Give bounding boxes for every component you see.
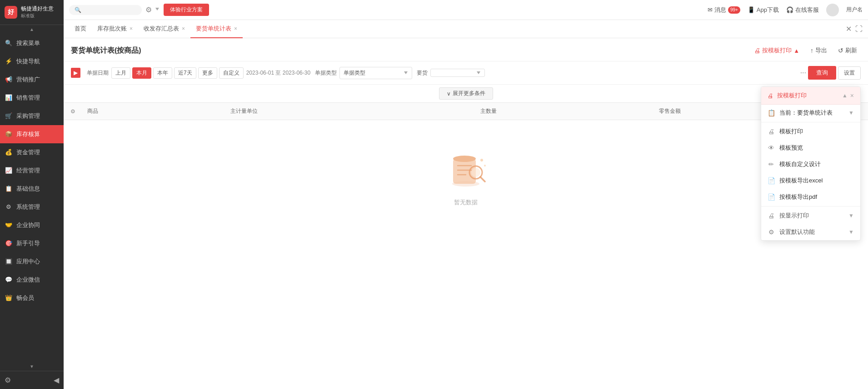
dropdown-display-print-label: 按显示打印 bbox=[779, 212, 844, 220]
tab-inventory-batch[interactable]: 库存批次账 × bbox=[92, 20, 138, 38]
sidebar-item-sales-label: 销售管理 bbox=[16, 94, 40, 102]
table-col-setting[interactable]: ⚙ bbox=[64, 103, 82, 120]
fullscreen-tabs-btn[interactable]: ⛶ bbox=[855, 25, 863, 33]
svg-marker-0 bbox=[155, 8, 159, 10]
dropdown-template-preview[interactable]: 👁 模板预览 bbox=[761, 140, 860, 156]
query-btn[interactable]: 查询 bbox=[808, 66, 836, 80]
page-title: 要货单统计表(按商品) bbox=[71, 46, 141, 56]
dropdown-current-arrow: ▼ bbox=[848, 110, 854, 116]
tab-receipts-summary-close[interactable]: × bbox=[182, 25, 185, 32]
topbar-search-box[interactable]: 🔍 bbox=[69, 5, 142, 15]
message-icon: ✉ bbox=[708, 6, 713, 13]
topbar-search-input[interactable] bbox=[81, 7, 136, 13]
export-btn[interactable]: ↑ 导出 bbox=[807, 45, 831, 56]
sidebar-scroll-down[interactable]: ▼ bbox=[0, 362, 64, 371]
trial-industry-button[interactable]: 体验行业方案 bbox=[164, 4, 209, 16]
sidebar-settings-btn[interactable]: ⚙ bbox=[5, 376, 11, 384]
topbar-gear-icon[interactable]: ⚙ bbox=[145, 5, 152, 14]
sidebar-item-inventory[interactable]: 📦 库存核算 bbox=[0, 125, 64, 143]
sidebar-item-finance[interactable]: 💰 资金管理 bbox=[0, 143, 64, 162]
goods-arrow bbox=[476, 71, 481, 75]
date-range-text: 2023-06-01 至 2023-06-30 bbox=[246, 69, 310, 77]
dropdown-close-btn[interactable]: × bbox=[850, 92, 854, 99]
dropdown-template-print[interactable]: 🖨 模板打印 bbox=[761, 123, 860, 140]
dropdown-current-template[interactable]: 📋 当前：要货单统计表 ▼ bbox=[761, 105, 860, 121]
page-toolbar: 🖨 按模板打印 ▲ ↑ 导出 ↺ 刷新 bbox=[750, 45, 861, 56]
sidebar-item-finance-label: 资金管理 bbox=[16, 148, 40, 157]
sidebar-item-app-center[interactable]: 🔲 应用中心 bbox=[0, 253, 64, 271]
sidebar-item-ops-label: 经营管理 bbox=[16, 167, 40, 175]
sidebar-scroll-up[interactable]: ▲ bbox=[0, 25, 64, 34]
date-more-btn[interactable]: 更多 bbox=[198, 67, 217, 79]
topbar-dropdown-arrow bbox=[155, 6, 160, 12]
sidebar-bottom: ⚙ ◀ bbox=[0, 371, 64, 389]
expand-arrow-btn[interactable]: ▶ bbox=[71, 68, 80, 78]
close-tabs-btn[interactable]: ✕ bbox=[846, 25, 852, 33]
sidebar-item-basic-info[interactable]: 📋 基础信息 bbox=[0, 180, 64, 198]
order-type-select[interactable]: 单据类型 bbox=[339, 67, 412, 79]
refresh-label: 刷新 bbox=[845, 46, 857, 55]
order-type-value: 单据类型 bbox=[344, 69, 365, 77]
sidebar-item-vip-member[interactable]: 👑 畅会员 bbox=[0, 289, 64, 307]
date-last-month-btn[interactable]: 上月 bbox=[111, 67, 130, 79]
sidebar-item-inventory-label: 库存核算 bbox=[16, 130, 40, 138]
print-template-btn[interactable]: 🖨 按模板打印 ▲ bbox=[750, 45, 803, 56]
filter-settings-btn[interactable]: 设置 bbox=[838, 66, 861, 80]
tab-receipts-summary[interactable]: 收发存汇总表 × bbox=[138, 20, 190, 38]
template-list-icon: 📋 bbox=[768, 109, 775, 116]
template-print-dropdown: 🖨 按模板打印 ▲ × 📋 当前：要货单统计表 ▼ 🖨 模板打印 bbox=[761, 86, 861, 241]
sidebar-item-search[interactable]: 🔍 搜索菜单 bbox=[0, 34, 64, 52]
sidebar-item-purchase[interactable]: 🛒 采购管理 bbox=[0, 107, 64, 125]
dropdown-template-custom[interactable]: ✏ 模板自定义设计 bbox=[761, 156, 860, 172]
sidebar-item-ops[interactable]: 📈 经营管理 bbox=[0, 162, 64, 180]
date-last-7-btn[interactable]: 近7天 bbox=[174, 67, 196, 79]
date-custom-btn[interactable]: 自定义 bbox=[219, 67, 244, 79]
sidebar-item-newbie[interactable]: 🎯 新手引导 bbox=[0, 234, 64, 253]
dropdown-set-default[interactable]: ⚙ 设置默认功能 ▼ bbox=[761, 224, 860, 240]
export-icon: ↑ bbox=[810, 47, 813, 54]
sidebar-item-enterprise-collab[interactable]: 🤝 企业协同 bbox=[0, 216, 64, 234]
app-download-icon: 📱 bbox=[748, 6, 755, 13]
sidebar-item-sales[interactable]: 📊 销售管理 bbox=[0, 89, 64, 107]
app-download-btn[interactable]: 📱 App下载 bbox=[748, 6, 779, 14]
order-type-label: 单据类型 bbox=[315, 69, 337, 77]
filter-area: ▶ 单据日期 上月 本月 本年 近7天 更多 自定义 2023-06-01 至 … bbox=[64, 61, 868, 85]
table-col-goods: 商品 bbox=[82, 103, 225, 120]
tab-inventory-batch-close[interactable]: × bbox=[130, 25, 133, 32]
sidebar-nav: 🔍 搜索菜单 ⚡ 快捷导航 📢 营销推广 📊 销售管理 🛒 采购管理 📦 库存核… bbox=[0, 34, 64, 362]
dropdown-display-print[interactable]: 🖨 按显示打印 ▼ bbox=[761, 207, 860, 224]
dropdown-template-export-pdf[interactable]: 📄 按模板导出pdf bbox=[761, 189, 860, 205]
sidebar-item-marketing[interactable]: 📢 营销推广 bbox=[0, 71, 64, 89]
empty-state-icon bbox=[443, 147, 489, 193]
date-current-month-btn[interactable]: 本月 bbox=[132, 67, 151, 79]
sidebar-collapse-btn[interactable]: ◀ bbox=[54, 376, 59, 384]
data-table: ⚙ 商品 主计量单位 主数量 零售金额 bbox=[64, 102, 868, 120]
tab-order-stats-close[interactable]: × bbox=[234, 25, 237, 32]
sidebar-item-quick-nav[interactable]: ⚡ 快捷导航 bbox=[0, 52, 64, 71]
svg-marker-2 bbox=[477, 71, 480, 74]
set-default-arrow: ▼ bbox=[848, 229, 854, 235]
tab-order-stats[interactable]: 要货单统计表 × bbox=[190, 20, 243, 38]
page-content: 要货单统计表(按商品) 🖨 按模板打印 ▲ ↑ 导出 ↺ 刷新 bbox=[64, 38, 868, 389]
sidebar-item-sys-mgmt[interactable]: ⚙ 系统管理 bbox=[0, 198, 64, 216]
sidebar-item-enterprise-wechat[interactable]: 💬 企业微信 bbox=[0, 271, 64, 289]
date-current-year-btn[interactable]: 本年 bbox=[153, 67, 172, 79]
print-dropdown-arrow: ▲ bbox=[793, 47, 799, 54]
messages-label: 消息 bbox=[714, 6, 726, 14]
expand-more-btn[interactable]: ∨ 展开更多条件 bbox=[439, 87, 493, 100]
tab-home[interactable]: 首页 bbox=[69, 20, 92, 38]
service-icon: 🎧 bbox=[786, 6, 793, 13]
tabs-actions: ✕ ⛶ bbox=[846, 25, 863, 33]
svg-marker-1 bbox=[404, 71, 408, 74]
more-options-dots[interactable]: ··· bbox=[800, 69, 806, 77]
sidebar-item-quick-nav-label: 快捷导航 bbox=[16, 57, 40, 66]
user-avatar[interactable] bbox=[826, 4, 839, 16]
sales-icon: 📊 bbox=[5, 94, 13, 102]
refresh-btn[interactable]: ↺ 刷新 bbox=[834, 45, 861, 56]
messages-btn[interactable]: ✉ 消息 99+ bbox=[708, 6, 740, 14]
app-name-container: 畅捷通好生意 标准版 bbox=[21, 5, 54, 19]
dropdown-template-export-excel[interactable]: 📄 按模板导出excel bbox=[761, 172, 860, 189]
goods-select[interactable] bbox=[430, 69, 485, 77]
online-service-btn[interactable]: 🎧 在线客服 bbox=[786, 6, 819, 14]
sidebar-item-purchase-label: 采购管理 bbox=[16, 112, 40, 120]
